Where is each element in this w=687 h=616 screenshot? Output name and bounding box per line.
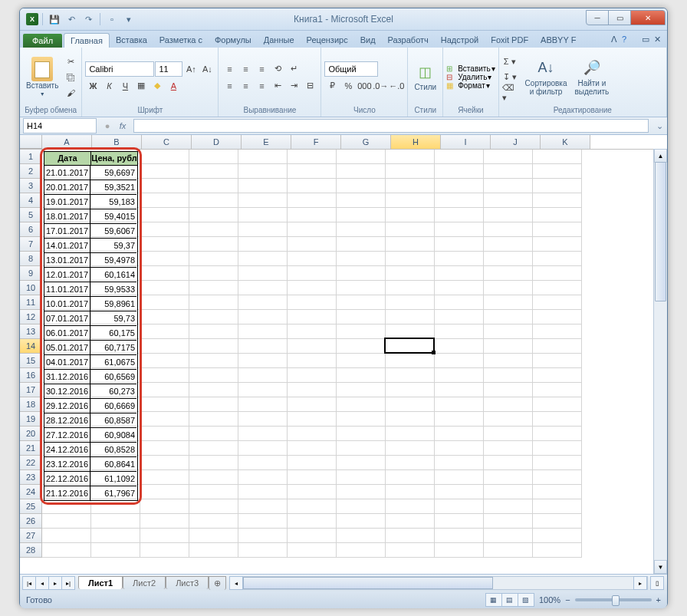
- cell[interactable]: [288, 514, 337, 529]
- cell[interactable]: [91, 252, 140, 266]
- zoom-level[interactable]: 100%: [539, 595, 560, 604]
- cell[interactable]: [42, 164, 91, 179]
- cell[interactable]: [91, 354, 140, 368]
- cell[interactable]: [238, 295, 288, 310]
- cell[interactable]: [484, 164, 533, 179]
- cell[interactable]: [386, 193, 435, 208]
- cell[interactable]: [238, 324, 288, 339]
- cell[interactable]: [533, 514, 582, 529]
- cell[interactable]: [288, 324, 337, 339]
- cell[interactable]: [238, 164, 288, 179]
- cell[interactable]: [189, 266, 238, 281]
- cell[interactable]: [42, 397, 91, 412]
- cell[interactable]: [91, 237, 140, 252]
- ribbon-tab-6[interactable]: Вид: [354, 33, 382, 48]
- cell[interactable]: [435, 179, 484, 193]
- cell[interactable]: [435, 193, 484, 208]
- cell[interactable]: [435, 164, 484, 179]
- cell[interactable]: [91, 383, 140, 397]
- cell[interactable]: [140, 193, 189, 208]
- cell[interactable]: [91, 368, 140, 383]
- minimize-ribbon-icon[interactable]: ᐱ: [611, 35, 617, 44]
- cell[interactable]: [386, 441, 435, 456]
- cell[interactable]: [386, 281, 435, 295]
- cell[interactable]: [189, 441, 238, 456]
- cell[interactable]: [42, 485, 91, 499]
- cell[interactable]: [42, 456, 91, 470]
- font-name-select[interactable]: Calibri: [85, 61, 154, 77]
- col-header-B[interactable]: B: [92, 135, 142, 149]
- fx-button[interactable]: fx: [115, 121, 130, 130]
- cell[interactable]: [533, 441, 582, 456]
- cell[interactable]: [189, 179, 238, 193]
- cell[interactable]: [533, 310, 582, 324]
- cell[interactable]: [288, 179, 337, 193]
- cell[interactable]: [533, 324, 582, 339]
- cell[interactable]: [435, 529, 484, 543]
- cell[interactable]: [189, 222, 238, 237]
- row-header-13[interactable]: 13: [20, 324, 42, 339]
- select-all-corner[interactable]: [20, 135, 42, 149]
- row-header-23[interactable]: 23: [20, 470, 42, 485]
- cell[interactable]: [238, 310, 288, 324]
- cell[interactable]: [533, 281, 582, 295]
- cell[interactable]: [288, 266, 337, 281]
- cell[interactable]: [238, 150, 288, 164]
- row-header-4[interactable]: 4: [20, 193, 42, 208]
- increase-font-icon[interactable]: A↑: [183, 61, 199, 77]
- cell[interactable]: [140, 368, 189, 383]
- cell[interactable]: [189, 310, 238, 324]
- cell[interactable]: [435, 543, 484, 558]
- cell[interactable]: [435, 354, 484, 368]
- cell[interactable]: [337, 339, 386, 354]
- cell[interactable]: [91, 470, 140, 485]
- file-tab[interactable]: Файл: [23, 34, 62, 48]
- cell[interactable]: [140, 324, 189, 339]
- row-header-16[interactable]: 16: [20, 368, 42, 383]
- cell[interactable]: [140, 499, 189, 514]
- cell[interactable]: [337, 354, 386, 368]
- cell[interactable]: [435, 310, 484, 324]
- save-icon[interactable]: 💾: [47, 12, 62, 27]
- row-header-24[interactable]: 24: [20, 485, 42, 499]
- doc-close-icon[interactable]: ✕: [654, 35, 661, 44]
- row-header-7[interactable]: 7: [20, 237, 42, 252]
- cell[interactable]: [337, 193, 386, 208]
- cell[interactable]: [238, 441, 288, 456]
- cell[interactable]: [484, 295, 533, 310]
- cell[interactable]: [91, 266, 140, 281]
- cell[interactable]: [91, 295, 140, 310]
- cell[interactable]: [288, 441, 337, 456]
- cell[interactable]: [91, 310, 140, 324]
- cell[interactable]: [140, 179, 189, 193]
- tab-prev-icon[interactable]: ◂: [35, 576, 49, 590]
- cell[interactable]: [435, 208, 484, 222]
- row-header-28[interactable]: 28: [20, 543, 42, 558]
- cell[interactable]: [238, 470, 288, 485]
- scroll-up-icon[interactable]: ▲: [654, 149, 667, 163]
- ribbon-tab-0[interactable]: Главная: [64, 33, 110, 48]
- row-header-17[interactable]: 17: [20, 383, 42, 397]
- cell[interactable]: [386, 470, 435, 485]
- indent-inc-icon[interactable]: ⇥: [286, 78, 301, 94]
- align-right-icon[interactable]: ≡: [254, 78, 269, 94]
- page-break-view-icon[interactable]: ▧: [518, 593, 534, 607]
- cell[interactable]: [533, 150, 582, 164]
- cell[interactable]: [533, 193, 582, 208]
- cell[interactable]: [533, 427, 582, 441]
- row-header-10[interactable]: 10: [20, 281, 42, 295]
- row-header-14[interactable]: 14: [20, 339, 42, 354]
- cell[interactable]: [288, 237, 337, 252]
- cell[interactable]: [91, 324, 140, 339]
- cut-icon[interactable]: ✂: [63, 54, 78, 70]
- cell[interactable]: [91, 514, 140, 529]
- zoom-in-button[interactable]: +: [656, 595, 661, 604]
- cell[interactable]: [140, 427, 189, 441]
- cell[interactable]: [386, 237, 435, 252]
- cell[interactable]: [189, 543, 238, 558]
- cell[interactable]: [484, 397, 533, 412]
- tab-last-icon[interactable]: ▸|: [61, 576, 75, 590]
- cell[interactable]: [189, 470, 238, 485]
- cell[interactable]: [484, 529, 533, 543]
- cell[interactable]: [288, 354, 337, 368]
